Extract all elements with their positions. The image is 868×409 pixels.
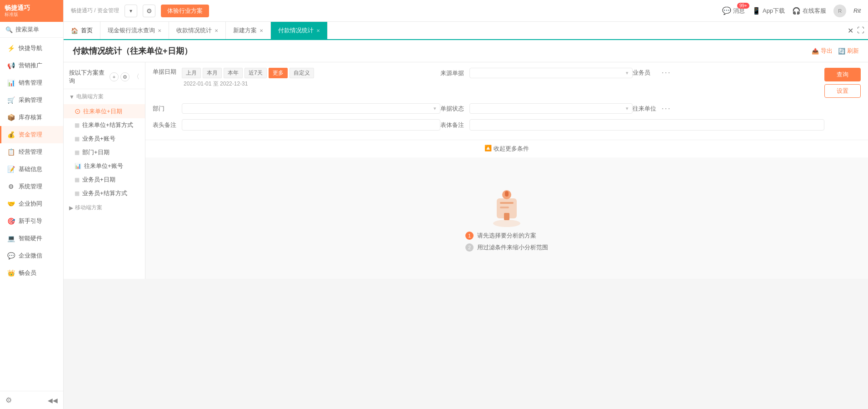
- hardware-icon: 💻: [7, 234, 15, 242]
- app-download-btn[interactable]: 📱 App下载: [752, 7, 785, 15]
- quick-nav-icon: ⚡: [7, 44, 15, 52]
- sidebar-item-purchase[interactable]: 🛒 采购管理: [0, 91, 63, 109]
- scheme-section-mobile: ▶ 移动端方案: [64, 200, 145, 215]
- sidebar-item-quick-nav[interactable]: ⚡ 快捷导航: [0, 40, 63, 57]
- filter-row-2: 部门 ▾ 单据状态 ▾: [153, 103, 861, 114]
- tab-bar: 🏠 首页 现金银行流水查询 ✕ 收款情况统计 ✕ 新建方案 ✕ 付款情况统计 ✕…: [64, 22, 868, 40]
- sidebar-item-sales[interactable]: 📊 销售管理: [0, 74, 63, 91]
- messages-btn[interactable]: 💬 消息 99+: [722, 6, 745, 15]
- refresh-btn[interactable]: 🔄 刷新: [838, 47, 859, 55]
- inventory-icon: 📦: [7, 113, 15, 121]
- header-dropdown-btn[interactable]: ▾: [125, 5, 137, 17]
- header-settings-btn[interactable]: ⚙: [143, 5, 155, 17]
- scheme-item-label: 业务员+日期: [82, 176, 115, 184]
- page-actions: 📤 导出 🔄 刷新: [812, 47, 859, 55]
- sidebar-item-guide[interactable]: 🎯 新手引导: [0, 212, 63, 230]
- right-panel: 单据日期 上月 本月 本年 近7天 更多 自定义 20: [145, 62, 868, 279]
- tab-home[interactable]: 🏠 首页: [64, 22, 100, 40]
- scheme-item-icon: ▦: [75, 122, 80, 128]
- scheme-item-label: 往来单位+日期: [83, 107, 122, 116]
- scheme-item-partner-account[interactable]: 📊 往来单位+账号: [64, 159, 145, 173]
- tab-payment-stats-label: 付款情况统计: [278, 26, 314, 35]
- tab-new-scheme-close[interactable]: ✕: [259, 28, 263, 33]
- salesman-select-dots[interactable]: ···: [662, 68, 671, 77]
- sidebar: 畅捷通巧 标准版 🔍 搜索菜单 ⚡ 快捷导航 📢 营销推广 📊 销售管理 🛒 采…: [0, 0, 64, 409]
- settings-btn-small[interactable]: 设置: [824, 84, 861, 98]
- trial-btn[interactable]: 体验行业方案: [161, 5, 209, 17]
- tab-bank-flow[interactable]: 现金银行流水查询 ✕: [100, 22, 169, 40]
- scheme-settings-btn[interactable]: ⚙: [120, 72, 130, 81]
- export-btn[interactable]: 📤 导出: [812, 47, 833, 55]
- date-btn-more[interactable]: 更多: [269, 68, 288, 78]
- tab-close-all-btn[interactable]: ✕: [848, 26, 853, 35]
- date-btn-7days[interactable]: 近7天: [244, 68, 267, 78]
- sidebar-item-membership[interactable]: 👑 畅会员: [0, 264, 63, 282]
- step-num-1: 1: [465, 232, 474, 240]
- date-btn-this-year[interactable]: 本年: [224, 68, 243, 78]
- scheme-section-pc-title[interactable]: ▼ 电脑端方案: [69, 93, 140, 101]
- tab-payment-stats-close[interactable]: ✕: [316, 28, 320, 33]
- scheme-collapse-btn[interactable]: 〈: [133, 73, 140, 81]
- source-select[interactable]: ▾: [469, 68, 632, 78]
- purchase-icon: 🛒: [7, 96, 15, 104]
- collapse-bar[interactable]: 🔼 收起更多条件: [145, 140, 868, 157]
- date-btn-this-month[interactable]: 本月: [203, 68, 222, 78]
- sidebar-item-system[interactable]: ⚙ 系统管理: [0, 178, 63, 195]
- sidebar-item-marketing[interactable]: 📢 营销推广: [0, 57, 63, 74]
- empty-state: 1 请先选择要分析的方案 2 用过滤条件来缩小分析范围: [145, 157, 868, 279]
- scheme-item-icon: ▦: [75, 136, 80, 142]
- sidebar-item-basic-info[interactable]: 📝 基础信息: [0, 161, 63, 178]
- scheme-item-sales-date[interactable]: ▦ 业务员+日期: [64, 173, 145, 187]
- status-select[interactable]: ▾: [469, 103, 632, 114]
- scheme-item-sales-settle[interactable]: ▦ 业务员+结算方式: [64, 187, 145, 200]
- empty-step-2-text: 用过滤条件来缩小分析范围: [477, 243, 548, 252]
- sidebar-item-cooperation[interactable]: 🤝 企业协同: [0, 195, 63, 212]
- sidebar-collapse-icon[interactable]: ◀◀: [48, 397, 58, 404]
- scheme-item-dept-date[interactable]: ▦ 部门+日期: [64, 146, 145, 159]
- scheme-item-icon: ▦: [75, 149, 80, 156]
- memo-header-input[interactable]: [182, 119, 440, 131]
- sidebar-item-operations[interactable]: 📋 经营管理: [0, 143, 63, 161]
- user-name[interactable]: Rit: [853, 7, 861, 14]
- date-btn-last-month[interactable]: 上月: [182, 68, 201, 78]
- scheme-section-mobile-title[interactable]: ▶ 移动端方案: [69, 204, 140, 212]
- status-label: 单据状态: [440, 105, 466, 113]
- filter-salesman-col: 业务员 ···: [633, 68, 824, 77]
- online-service-label: 在线客服: [803, 7, 826, 15]
- sidebar-item-label: 系统管理: [19, 182, 42, 191]
- empty-text: 1 请先选择要分析的方案 2 用过滤条件来缩小分析范围: [465, 232, 548, 252]
- filter-area: 单据日期 上月 本月 本年 近7天 更多 自定义 20: [145, 62, 868, 140]
- sidebar-item-label: 快捷导航: [19, 44, 42, 52]
- sidebar-item-label: 畅会员: [19, 269, 36, 277]
- logo-main-text: 畅捷通巧: [5, 4, 30, 12]
- date-btn-custom[interactable]: 自定义: [289, 68, 314, 78]
- sidebar-item-hardware[interactable]: 💻 智能硬件: [0, 230, 63, 247]
- search-menu[interactable]: 🔍 搜索菜单: [0, 22, 63, 38]
- tab-payment-stats[interactable]: 付款情况统计 ✕: [271, 22, 328, 40]
- sidebar-item-finance[interactable]: 💰 资金管理: [0, 126, 63, 143]
- scheme-item-partner-settle[interactable]: ▦ 往来单位+结算方式: [64, 118, 145, 132]
- query-btn[interactable]: 查询: [824, 68, 861, 81]
- scheme-item-partner-date[interactable]: ⊙ 往来单位+日期: [64, 104, 145, 118]
- breadcrumb: 畅捷通巧 / 资金管理: [71, 7, 119, 15]
- export-icon: 📤: [812, 48, 819, 55]
- sidebar-item-inventory[interactable]: 📦 库存核算: [0, 109, 63, 126]
- tab-receipt-stats-close[interactable]: ✕: [215, 28, 218, 33]
- dept-select[interactable]: ▾: [182, 103, 440, 114]
- sidebar-item-label: 企业协同: [19, 200, 42, 208]
- scheme-item-label: 业务员+结算方式: [82, 189, 127, 197]
- scheme-add-btn[interactable]: +: [110, 72, 119, 81]
- tab-bank-flow-close[interactable]: ✕: [158, 28, 161, 33]
- message-icon: 💬: [722, 6, 731, 15]
- online-service-btn[interactable]: 🎧 在线客服: [792, 7, 826, 15]
- sidebar-settings-icon[interactable]: ⚙: [5, 396, 12, 404]
- tab-receipt-stats[interactable]: 收款情况统计 ✕: [169, 22, 226, 40]
- scheme-actions: + ⚙: [110, 72, 130, 81]
- tab-expand-btn[interactable]: ⛶: [857, 26, 864, 35]
- user-avatar[interactable]: R: [833, 5, 846, 17]
- tab-new-scheme[interactable]: 新建方案 ✕: [226, 22, 271, 40]
- partner-select-dots[interactable]: ···: [662, 104, 671, 113]
- scheme-item-sales-account[interactable]: ▦ 业务员+账号: [64, 132, 145, 146]
- memo-body-input[interactable]: [469, 119, 824, 131]
- sidebar-item-wechat[interactable]: 💬 企业微信: [0, 247, 63, 264]
